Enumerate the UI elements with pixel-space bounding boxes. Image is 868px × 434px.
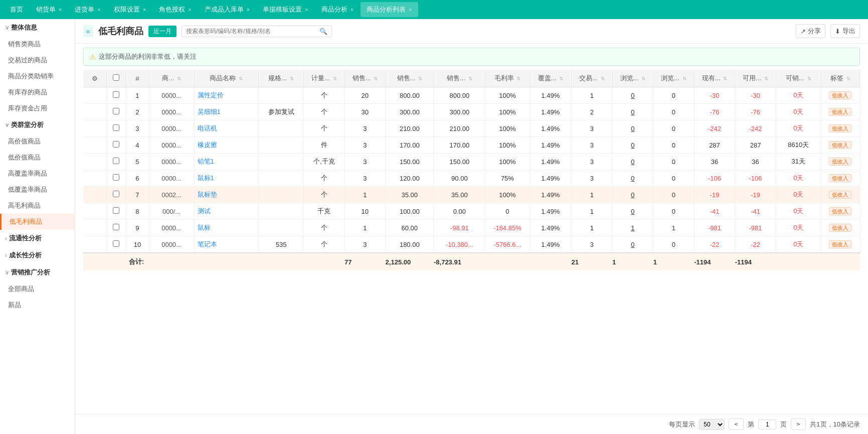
sidebar-group-marketing[interactable]: ∨ 营销推广分析 bbox=[0, 264, 75, 281]
page-input[interactable] bbox=[758, 419, 776, 429]
col-settings[interactable]: ⚙ bbox=[83, 70, 106, 87]
col-trade[interactable]: 交易... ⇅ bbox=[572, 70, 613, 87]
col-name[interactable]: 商品名称 ⇅ bbox=[194, 70, 259, 87]
nav-template-close[interactable]: × bbox=[305, 7, 308, 13]
row-select-checkbox[interactable] bbox=[113, 240, 119, 247]
col-sellable[interactable]: 可销... ⇅ bbox=[776, 70, 821, 87]
row-checkbox[interactable] bbox=[106, 154, 126, 170]
sidebar-item-new-goods[interactable]: 新品 bbox=[0, 297, 75, 313]
row-name[interactable]: 鼠标垫 bbox=[194, 187, 259, 203]
col-margin[interactable]: 毛利率 ⇅ bbox=[485, 70, 530, 87]
row-name[interactable]: 测试 bbox=[194, 203, 259, 220]
select-all-checkbox[interactable] bbox=[113, 74, 119, 81]
row-browse1[interactable]: 0 bbox=[612, 187, 653, 203]
row-select-checkbox[interactable] bbox=[113, 124, 119, 131]
per-page-select[interactable]: 50 100 200 bbox=[699, 419, 725, 430]
sidebar-item-low-margin[interactable]: 低毛利商品 bbox=[0, 214, 75, 230]
row-select-checkbox[interactable] bbox=[113, 174, 119, 181]
nav-product-stock[interactable]: 产成品入库单 × bbox=[199, 2, 256, 17]
row-select-checkbox[interactable] bbox=[113, 108, 119, 114]
sidebar-item-stock-capital[interactable]: 库存资金占用 bbox=[0, 100, 75, 116]
search-input[interactable] bbox=[186, 28, 319, 35]
sidebar-item-high-margin[interactable]: 高毛利商品 bbox=[0, 198, 75, 214]
nav-product-analysis[interactable]: 商品分析 × bbox=[315, 2, 360, 17]
row-name[interactable]: 笔记本 bbox=[194, 236, 259, 253]
sidebar-item-all-goods[interactable]: 全部商品 bbox=[0, 281, 75, 297]
row-checkbox[interactable] bbox=[106, 203, 126, 220]
row-browse1[interactable]: 1 bbox=[612, 220, 653, 236]
sidebar-group-circulation[interactable]: › 流通性分析 bbox=[0, 230, 75, 247]
row-browse1[interactable]: 0 bbox=[612, 236, 653, 253]
sidebar-group-growth[interactable]: › 成长性分析 bbox=[0, 247, 75, 264]
row-select-checkbox[interactable] bbox=[113, 141, 119, 148]
row-browse1[interactable]: 0 bbox=[612, 154, 653, 170]
collapse-sidebar-btn[interactable]: « bbox=[83, 25, 93, 37]
sidebar-item-sales-goods[interactable]: 销售类商品 bbox=[0, 36, 75, 52]
row-name[interactable]: 鼠标 bbox=[194, 220, 259, 236]
row-browse1[interactable]: 0 bbox=[612, 137, 653, 154]
row-name[interactable]: 属性定价 bbox=[194, 87, 259, 104]
sidebar-item-in-stock[interactable]: 有库存的商品 bbox=[0, 84, 75, 100]
sidebar-item-category-rate[interactable]: 商品分类助销率 bbox=[0, 68, 75, 84]
col-tag[interactable]: 标签 ⇅ bbox=[821, 70, 859, 87]
col-unit[interactable]: 计量... ⇅ bbox=[304, 70, 345, 87]
row-name[interactable]: 铅笔1 bbox=[194, 154, 259, 170]
nav-home[interactable]: 首页 bbox=[4, 2, 29, 17]
nav-roles[interactable]: 角色授权 × bbox=[153, 2, 197, 17]
prev-page-btn[interactable]: ＜ bbox=[729, 418, 744, 430]
row-browse1[interactable]: 0 bbox=[612, 170, 653, 187]
row-browse1[interactable]: 0 bbox=[612, 87, 653, 104]
nav-purchase-order[interactable]: 进货单 × bbox=[69, 2, 106, 17]
row-select-checkbox[interactable] bbox=[113, 191, 119, 197]
col-available[interactable]: 可用... ⇅ bbox=[735, 70, 776, 87]
col-sales-qty[interactable]: 销售... ⇅ bbox=[344, 70, 386, 87]
sidebar-item-high-coverage[interactable]: 高覆盖率商品 bbox=[0, 166, 75, 182]
col-browse2[interactable]: 浏览... ⇅ bbox=[653, 70, 695, 87]
col-spec[interactable]: 规格... ⇅ bbox=[259, 70, 304, 87]
nav-roles-close[interactable]: × bbox=[188, 7, 191, 13]
row-name[interactable]: 电话机 bbox=[194, 120, 259, 137]
next-page-btn[interactable]: ＞ bbox=[791, 418, 806, 430]
col-code[interactable]: 商... ⇅ bbox=[149, 70, 194, 87]
sidebar-item-low-value[interactable]: 低价值商品 bbox=[0, 150, 75, 166]
nav-template-settings[interactable]: 单据模板设置 × bbox=[257, 2, 314, 17]
row-select-checkbox[interactable] bbox=[113, 91, 119, 98]
col-browse1[interactable]: 浏览... ⇅ bbox=[612, 70, 653, 87]
search-icon[interactable]: 🔍 bbox=[319, 28, 327, 35]
row-checkbox[interactable] bbox=[106, 137, 126, 154]
nav-sales-order[interactable]: 销货单 × bbox=[30, 2, 68, 17]
nav-product-analysis-list[interactable]: 商品分析列表 × bbox=[361, 2, 418, 17]
row-checkbox[interactable] bbox=[106, 220, 126, 236]
row-checkbox[interactable] bbox=[106, 236, 126, 253]
table-container[interactable]: ⚙ # 商... ⇅ 商品名称 ⇅ 规格... ⇅ 计量... ⇅ 销售... … bbox=[75, 70, 868, 414]
sidebar-group-overview[interactable]: ∨ 整体信息 bbox=[0, 19, 75, 36]
col-checkbox-all[interactable] bbox=[106, 70, 126, 87]
nav-product-stock-close[interactable]: × bbox=[247, 7, 250, 13]
period-button[interactable]: 近一月 bbox=[148, 26, 177, 37]
nav-product-analysis-list-close[interactable]: × bbox=[409, 7, 412, 13]
row-browse1[interactable]: 0 bbox=[612, 203, 653, 220]
row-select-checkbox[interactable] bbox=[113, 158, 119, 164]
row-name[interactable]: 橡皮擦 bbox=[194, 137, 259, 154]
sidebar-item-low-coverage[interactable]: 低覆盖率商品 bbox=[0, 182, 75, 198]
row-checkbox[interactable] bbox=[106, 170, 126, 187]
nav-permissions-close[interactable]: × bbox=[143, 7, 146, 13]
row-select-checkbox[interactable] bbox=[113, 207, 119, 214]
nav-permissions[interactable]: 权限设置 × bbox=[108, 2, 152, 17]
col-current[interactable]: 现有... ⇅ bbox=[694, 70, 735, 87]
col-sales-profit[interactable]: 销售... ⇅ bbox=[434, 70, 485, 87]
row-checkbox[interactable] bbox=[106, 87, 126, 104]
col-sales-amt[interactable]: 销售... ⇅ bbox=[386, 70, 434, 87]
nav-purchase-close[interactable]: × bbox=[97, 7, 100, 13]
row-checkbox[interactable] bbox=[106, 120, 126, 137]
export-button[interactable]: ⬇ 导出 bbox=[830, 24, 860, 38]
row-checkbox[interactable] bbox=[106, 104, 126, 120]
sidebar-item-traded-goods[interactable]: 交易过的商品 bbox=[0, 52, 75, 68]
row-browse1[interactable]: 0 bbox=[612, 104, 653, 120]
row-select-checkbox[interactable] bbox=[113, 224, 119, 230]
row-name[interactable]: 吴细细1 bbox=[194, 104, 259, 120]
sidebar-item-high-value[interactable]: 高价值商品 bbox=[0, 133, 75, 150]
sidebar-group-cluster[interactable]: ∨ 类群堂分析 bbox=[0, 116, 75, 133]
share-button[interactable]: ↗ 分享 bbox=[796, 24, 825, 38]
nav-sales-close[interactable]: × bbox=[59, 7, 62, 13]
